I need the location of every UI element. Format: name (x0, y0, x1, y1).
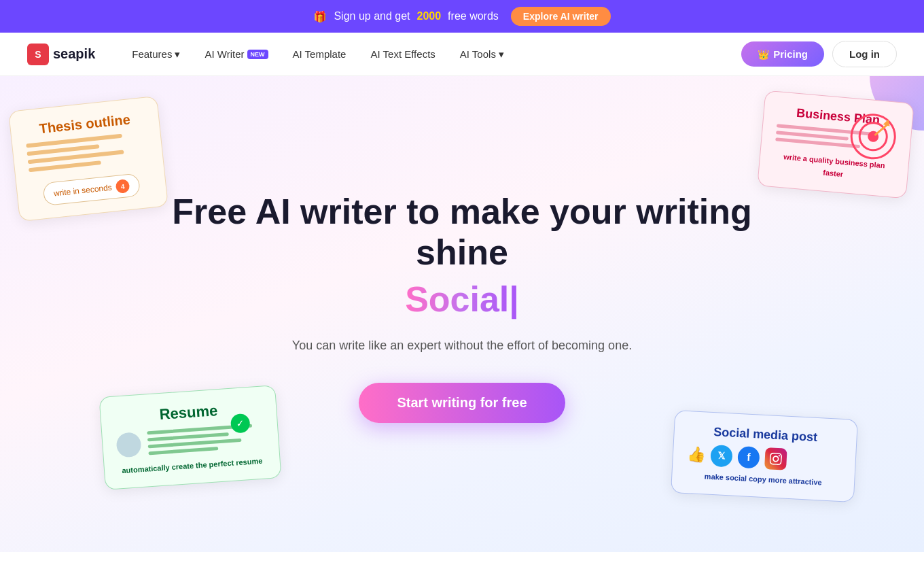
nav-features[interactable]: Features ▾ (122, 43, 190, 66)
pricing-button[interactable]: 👑 Pricing (741, 41, 824, 67)
biz-line-3 (775, 137, 860, 148)
top-banner: 🎁 Sign up and get 2000 free words Explor… (0, 0, 924, 33)
nav-links: Features ▾ AI Writer NEW AI Template AI … (122, 43, 741, 66)
ai-tools-label: AI Tools (460, 48, 496, 60)
facebook-icon: f (737, 446, 760, 469)
like-icon: 👍 (686, 445, 705, 464)
resume-line-4 (148, 447, 218, 455)
social-icons-row: 👍 𝕏 f (686, 443, 842, 473)
resume-lines (147, 423, 265, 458)
resume-content (116, 423, 265, 460)
logo[interactable]: S seapik (27, 44, 95, 65)
hero-subtitle: You can write like an expert without the… (292, 336, 632, 356)
ai-text-effects-label: AI Text Effects (370, 48, 435, 60)
svg-line-3 (875, 123, 887, 135)
banner-prefix: Sign up and get (334, 10, 410, 22)
thesis-line-4 (29, 160, 101, 172)
login-button[interactable]: Log in (832, 41, 897, 67)
features-label: Features (132, 48, 172, 60)
pricing-label: Pricing (773, 48, 808, 60)
nav-ai-template[interactable]: AI Template (283, 43, 356, 65)
thesis-card: Thesis outline write in seconds 4 (8, 96, 168, 222)
resume-line-3 (148, 438, 242, 448)
ai-tools-chevron-icon: ▾ (499, 48, 504, 61)
resume-line-2 (147, 432, 229, 441)
hero-title: Free AI writer to make your writing shin… (156, 192, 768, 273)
nav-actions: 👑 Pricing Log in (741, 41, 897, 67)
svg-marker-4 (883, 119, 891, 126)
nav-ai-writer[interactable]: AI Writer NEW (195, 43, 277, 65)
thesis-badge: 4 (116, 179, 130, 194)
svg-point-0 (850, 113, 897, 160)
biz-line-2 (776, 131, 849, 140)
thesis-line-1 (26, 134, 122, 148)
features-chevron-icon: ▾ (175, 48, 180, 61)
write-in-seconds-btn: write in seconds 4 (42, 173, 141, 206)
resume-line-1 (147, 424, 252, 434)
banner-highlight: 2000 (417, 10, 442, 22)
nav-ai-tools[interactable]: AI Tools ▾ (450, 43, 514, 66)
resume-card-title: Resume (114, 398, 263, 426)
instagram-icon (764, 447, 787, 470)
resume-card-inner: Resume ✓ automatically create the perfec… (114, 398, 266, 476)
ai-template-label: AI Template (293, 48, 346, 60)
thesis-card-title: Thesis outline (24, 110, 145, 138)
thesis-line-2 (26, 144, 99, 156)
svg-point-2 (868, 131, 879, 142)
business-card-inner: Business Plan write a quality business p… (772, 104, 899, 184)
resume-create-text: automatically create the perfect resume (118, 456, 267, 477)
navbar: S seapik Features ▾ AI Writer NEW AI Tem… (0, 33, 924, 76)
ai-writer-label: AI Writer (205, 48, 244, 60)
write-quality-text: write a quality business plan faster (783, 152, 885, 178)
resume-check-icon: ✓ (230, 413, 251, 433)
thesis-line-3 (28, 150, 124, 164)
cover-section: Cover 600+ free AI writing tools (0, 552, 924, 584)
logo-text: seapik (53, 46, 95, 62)
biz-line-1 (777, 124, 873, 135)
crown-icon: 👑 (758, 49, 769, 60)
svg-point-1 (859, 122, 888, 151)
hero-section: Thesis outline write in seconds 4 Busine… (0, 76, 924, 552)
nav-ai-text-effects[interactable]: AI Text Effects (361, 43, 444, 65)
resume-card: Resume ✓ automatically create the perfec… (99, 385, 282, 490)
resume-avatar (116, 432, 141, 458)
social-card: Social media post 👍 𝕏 f make social copy… (671, 410, 858, 502)
explore-ai-writer-button[interactable]: Explore AI writer (511, 7, 611, 26)
banner-suffix: free words (448, 10, 499, 22)
social-card-title: Social media post (688, 424, 843, 446)
start-writing-button[interactable]: Start writing for free (359, 383, 565, 423)
decorative-circle (870, 76, 924, 131)
social-copy-text: make social copy more attractive (686, 470, 840, 489)
logo-icon: S (27, 44, 49, 65)
new-badge: NEW (247, 50, 268, 59)
write-seconds-label: write in seconds (53, 183, 112, 199)
gift-icon: 🎁 (313, 10, 327, 23)
hero-animated-word: Social| (405, 279, 519, 320)
business-lines (775, 124, 898, 151)
twitter-icon: 𝕏 (710, 444, 733, 467)
